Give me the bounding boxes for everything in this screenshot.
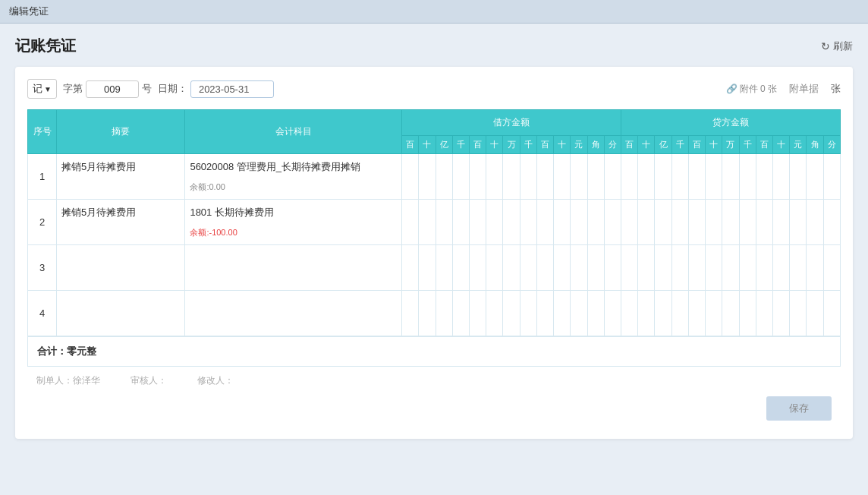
cell-debit-amount[interactable] — [486, 245, 503, 291]
cell-credit-amount[interactable] — [823, 245, 840, 291]
cell-credit-amount[interactable] — [688, 154, 705, 200]
cell-debit-amount[interactable] — [587, 200, 604, 245]
cell-debit-amount[interactable] — [554, 154, 571, 200]
cell-credit-amount[interactable] — [772, 154, 789, 200]
cell-debit-amount[interactable] — [554, 291, 571, 336]
save-button[interactable]: 保存 — [766, 396, 832, 421]
cell-credit-amount[interactable] — [772, 245, 789, 291]
cell-debit-amount[interactable] — [587, 245, 604, 291]
cell-credit-amount[interactable] — [621, 154, 637, 200]
cell-account[interactable]: 56020008 管理费用_长期待摊费用摊销余额:0.00 — [185, 154, 402, 200]
cell-debit-amount[interactable] — [503, 245, 520, 291]
cell-summary[interactable] — [57, 291, 185, 336]
cell-credit-amount[interactable] — [671, 200, 688, 245]
cell-debit-amount[interactable] — [402, 154, 419, 200]
attach-link[interactable]: 🔗 附件 0 张 — [726, 83, 777, 96]
cell-debit-amount[interactable] — [604, 291, 621, 336]
cell-credit-amount[interactable] — [638, 200, 655, 245]
cell-debit-amount[interactable] — [452, 200, 469, 245]
cell-account[interactable] — [185, 245, 402, 291]
attach-sheets[interactable]: 附单据 — [789, 82, 819, 96]
cell-debit-amount[interactable] — [452, 245, 469, 291]
cell-credit-amount[interactable] — [722, 245, 739, 291]
cell-debit-amount[interactable] — [402, 291, 419, 336]
cell-debit-amount[interactable] — [470, 245, 486, 291]
cell-credit-amount[interactable] — [739, 154, 756, 200]
cell-credit-amount[interactable] — [655, 200, 671, 245]
cell-debit-amount[interactable] — [587, 291, 604, 336]
cell-debit-amount[interactable] — [470, 154, 486, 200]
cell-debit-amount[interactable] — [536, 154, 553, 200]
cell-account[interactable] — [185, 291, 402, 336]
cell-credit-amount[interactable] — [671, 291, 688, 336]
cell-credit-amount[interactable] — [655, 154, 671, 200]
cell-credit-amount[interactable] — [823, 291, 840, 336]
cell-credit-amount[interactable] — [772, 291, 789, 336]
cell-credit-amount[interactable] — [739, 245, 756, 291]
cell-debit-amount[interactable] — [486, 200, 503, 245]
cell-credit-amount[interactable] — [706, 200, 722, 245]
cell-credit-amount[interactable] — [706, 291, 722, 336]
cell-credit-amount[interactable] — [790, 200, 807, 245]
voucher-number-input[interactable] — [86, 80, 139, 98]
cell-debit-amount[interactable] — [571, 200, 587, 245]
refresh-button[interactable]: ↻ 刷新 — [821, 39, 853, 53]
cell-credit-amount[interactable] — [722, 291, 739, 336]
cell-credit-amount[interactable] — [823, 154, 840, 200]
cell-credit-amount[interactable] — [671, 154, 688, 200]
cell-credit-amount[interactable] — [807, 245, 823, 291]
cell-credit-amount[interactable] — [807, 154, 823, 200]
cell-credit-amount[interactable] — [790, 154, 807, 200]
cell-credit-amount[interactable] — [706, 245, 722, 291]
cell-debit-amount[interactable] — [436, 154, 452, 200]
cell-debit-amount[interactable] — [470, 200, 486, 245]
cell-debit-amount[interactable] — [419, 200, 436, 245]
cell-debit-amount[interactable] — [452, 154, 469, 200]
cell-debit-amount[interactable] — [604, 245, 621, 291]
cell-credit-amount[interactable] — [772, 200, 789, 245]
cell-debit-amount[interactable] — [436, 291, 452, 336]
cell-debit-amount[interactable] — [436, 200, 452, 245]
cell-debit-amount[interactable] — [520, 200, 536, 245]
date-input[interactable] — [190, 80, 274, 98]
cell-credit-amount[interactable] — [739, 200, 756, 245]
cell-debit-amount[interactable] — [436, 245, 452, 291]
cell-credit-amount[interactable] — [688, 245, 705, 291]
cell-debit-amount[interactable] — [402, 200, 419, 245]
cell-credit-amount[interactable] — [638, 154, 655, 200]
cell-credit-amount[interactable] — [756, 245, 772, 291]
cell-credit-amount[interactable] — [621, 291, 637, 336]
cell-credit-amount[interactable] — [823, 200, 840, 245]
cell-debit-amount[interactable] — [536, 200, 553, 245]
cell-credit-amount[interactable] — [655, 245, 671, 291]
cell-summary[interactable]: 摊销5月待摊费用 — [57, 154, 185, 200]
cell-debit-amount[interactable] — [486, 154, 503, 200]
cell-debit-amount[interactable] — [571, 291, 587, 336]
cell-credit-amount[interactable] — [621, 245, 637, 291]
cell-credit-amount[interactable] — [807, 200, 823, 245]
cell-credit-amount[interactable] — [638, 291, 655, 336]
cell-credit-amount[interactable] — [671, 245, 688, 291]
cell-credit-amount[interactable] — [621, 200, 637, 245]
cell-debit-amount[interactable] — [520, 154, 536, 200]
cell-credit-amount[interactable] — [722, 154, 739, 200]
cell-debit-amount[interactable] — [419, 291, 436, 336]
cell-credit-amount[interactable] — [790, 291, 807, 336]
cell-debit-amount[interactable] — [503, 200, 520, 245]
cell-credit-amount[interactable] — [655, 291, 671, 336]
cell-debit-amount[interactable] — [604, 154, 621, 200]
cell-credit-amount[interactable] — [756, 291, 772, 336]
cell-summary[interactable]: 摊销5月待摊费用 — [57, 200, 185, 245]
cell-debit-amount[interactable] — [402, 245, 419, 291]
cell-debit-amount[interactable] — [419, 245, 436, 291]
cell-debit-amount[interactable] — [587, 154, 604, 200]
cell-credit-amount[interactable] — [688, 291, 705, 336]
cell-credit-amount[interactable] — [739, 291, 756, 336]
cell-debit-amount[interactable] — [554, 245, 571, 291]
cell-debit-amount[interactable] — [604, 200, 621, 245]
cell-debit-amount[interactable] — [571, 245, 587, 291]
cell-debit-amount[interactable] — [486, 291, 503, 336]
cell-debit-amount[interactable] — [571, 154, 587, 200]
type-dropdown[interactable]: 记 ▼ — [27, 79, 57, 99]
cell-debit-amount[interactable] — [503, 154, 520, 200]
